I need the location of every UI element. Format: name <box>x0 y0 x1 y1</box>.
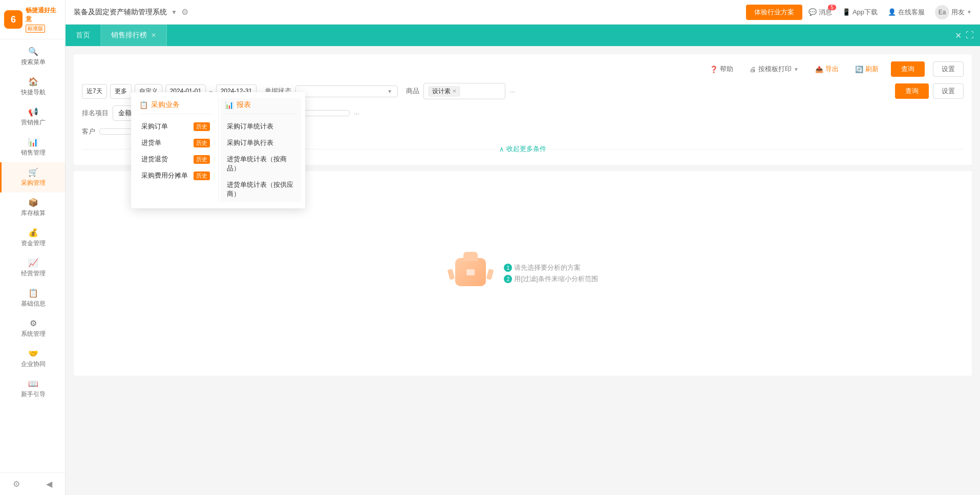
dropdown-item-label: 进货单统计表（按供应商） <box>227 180 295 199</box>
goods-tag-container[interactable]: 设计素 × <box>423 83 505 99</box>
dropdown-item-purchase-order-exec[interactable]: 采购订单执行表 <box>225 135 297 151</box>
purchase-dropdown-menu: 📋 采购业务 采购订单 历史 进货单 历史 进货退货 历史 <box>131 92 305 208</box>
app-title: 装备及固定资产辅助管理系统 ▼ ⚙ <box>74 7 740 17</box>
user-avatar: Ea <box>935 5 949 19</box>
collapse-button[interactable]: ∧ 收起更多条件 <box>495 140 550 158</box>
sidebar-item-base-info[interactable]: 📋 基础信息 <box>0 283 65 313</box>
sidebar: 6 畅捷通好生意 标准版 🔍 搜索菜单 🏠 快捷导航 📢 营销推广 📊 销售管理… <box>0 0 66 495</box>
tab-expand-icon[interactable]: ⛶ <box>966 31 974 40</box>
date-shortcut-7days[interactable]: 近7天 <box>82 84 107 99</box>
app-download-action[interactable]: 📱 App下载 <box>842 8 878 17</box>
dropdown-item-label: 采购订单 <box>141 122 168 131</box>
customer-label: 客户 <box>82 127 95 136</box>
sidebar-settings-button[interactable]: ⚙ <box>13 479 20 489</box>
dropdown-item-purchase-order-stats[interactable]: 采购订单统计表 <box>225 118 297 135</box>
home-icon: 🏠 <box>28 77 38 87</box>
bill-status-select[interactable]: ▼ <box>295 85 398 97</box>
dropdown-item-purchase-order[interactable]: 采购订单 历史 <box>139 118 212 135</box>
sidebar-item-quick-nav[interactable]: 🏠 快捷导航 <box>0 72 65 102</box>
dropdown-item-return[interactable]: 进货退货 历史 <box>139 151 212 167</box>
query-button[interactable]: 查询 <box>891 61 925 77</box>
user-action[interactable]: Ea 用友 ▼ <box>935 5 972 19</box>
filter-actions: 查询 设置 <box>895 83 964 99</box>
dropdown-item-label: 进货单统计表（按商品） <box>227 155 295 173</box>
history-badge: 历史 <box>194 122 210 131</box>
dropdown-col-report-label: 报表 <box>237 100 251 110</box>
empty-illustration <box>448 253 494 294</box>
sidebar-item-marketing[interactable]: 📢 营销推广 <box>0 102 65 132</box>
sales-icon: 📊 <box>28 137 38 147</box>
collapse-label: 收起更多条件 <box>506 144 546 154</box>
top-header: 装备及固定资产辅助管理系统 ▼ ⚙ 体验行业方案 💬 消息 5 📱 App下载 … <box>66 0 980 25</box>
sidebar-item-purchase[interactable]: 🛒 采购管理 <box>0 162 65 192</box>
refresh-icon: 🔄 <box>855 66 863 73</box>
sidebar-item-cooperation[interactable]: 🤝 企业协同 <box>0 343 65 374</box>
logo-name: 畅捷通好生意 <box>26 6 61 24</box>
message-badge: 5 <box>828 5 836 10</box>
dropdown-col-report-title: 📊 报表 <box>225 98 297 114</box>
sidebar-item-operations[interactable]: 📈 经营管理 <box>0 253 65 283</box>
title-dropdown-icon[interactable]: ▼ <box>171 9 177 16</box>
salesperson-more-icon[interactable]: ··· <box>354 110 359 117</box>
export-button[interactable]: 📤 导出 <box>811 62 843 76</box>
sidebar-item-guide[interactable]: 📖 新手引导 <box>0 374 65 404</box>
history-badge: 历史 <box>194 171 210 180</box>
goods-label: 商品 <box>406 87 419 96</box>
message-action[interactable]: 💬 消息 5 <box>808 8 832 17</box>
settings-button[interactable]: 设置 <box>933 61 964 77</box>
tab-home[interactable]: 首页 <box>66 25 101 46</box>
header-settings-icon[interactable]: ⚙ <box>181 7 188 17</box>
query-button-main[interactable]: 查询 <box>895 83 929 99</box>
tab-right-controls: ✕ ⛶ <box>955 31 980 40</box>
robot-arm-right <box>486 269 494 280</box>
finance-icon: 💰 <box>28 228 38 238</box>
sidebar-item-sales[interactable]: 📊 销售管理 <box>0 132 65 162</box>
user-dropdown-icon: ▼ <box>967 9 972 15</box>
tab-sales-rank[interactable]: 销售排行榜 ✕ <box>101 25 167 46</box>
robot-body <box>455 258 486 286</box>
operations-icon: 📈 <box>28 258 38 268</box>
sidebar-item-label: 新手引导 <box>21 390 46 399</box>
print-label: 按模板打印 <box>758 64 792 74</box>
toolbar-row: ❓ 帮助 🖨 按模板打印 ▼ 📤 导出 🔄 刷新 查询 <box>82 61 964 77</box>
sidebar-item-finance[interactable]: 💰 资金管理 <box>0 223 65 253</box>
sidebar-item-inventory[interactable]: 📦 库存核算 <box>0 192 65 223</box>
dropdown-item-expense[interactable]: 采购费用分摊单 历史 <box>139 167 212 184</box>
tab-home-label: 首页 <box>76 31 90 40</box>
history-badge: 历史 <box>194 139 210 147</box>
logo-badge: 标准版 <box>26 25 45 33</box>
settings-button-main[interactable]: 设置 <box>933 83 964 99</box>
sidebar-collapse-button[interactable]: ◀ <box>46 479 52 489</box>
sidebar-item-system[interactable]: ⚙ 系统管理 <box>0 313 65 343</box>
print-button[interactable]: 🖨 按模板打印 ▼ <box>745 62 803 76</box>
logo-area: 6 畅捷通好生意 标准版 <box>0 0 65 39</box>
empty-state: 1 请先选择要分析的方案 2 用[过滤]条件来缩小分析范围 <box>448 253 598 294</box>
help-button[interactable]: ❓ 帮助 <box>706 62 737 76</box>
print-dropdown-icon[interactable]: ▼ <box>794 67 799 72</box>
date-shortcut-more[interactable]: 更多 <box>110 84 132 99</box>
online-service-action[interactable]: 👤 在线客服 <box>888 8 925 17</box>
history-badge: 历史 <box>194 155 210 164</box>
user-label: 用友 <box>951 8 965 17</box>
sidebar-item-label: 搜索菜单 <box>21 58 46 67</box>
refresh-button[interactable]: 🔄 刷新 <box>851 62 883 76</box>
tab-close-icon[interactable]: ✕ <box>151 32 156 39</box>
hint-text-2: 用[过滤]条件来缩小分析范围 <box>514 274 598 284</box>
trial-button[interactable]: 体验行业方案 <box>746 5 802 20</box>
sidebar-item-search[interactable]: 🔍 搜索菜单 <box>0 41 65 72</box>
logo-icon: 6 <box>4 10 23 29</box>
tab-sales-rank-label: 销售排行榜 <box>111 31 147 40</box>
dropdown-item-inbound[interactable]: 进货单 历史 <box>139 135 212 151</box>
robot-screen <box>466 269 475 275</box>
goods-tag-close-icon[interactable]: × <box>453 88 456 95</box>
hint-text-1: 请先选择要分析的方案 <box>514 263 581 272</box>
goods-more-icon[interactable]: ··· <box>509 88 515 95</box>
guide-icon: 📖 <box>28 379 38 389</box>
dropdown-item-inbound-stats-supplier[interactable]: 进货单统计表（按供应商） <box>225 177 297 202</box>
dropdown-item-inbound-stats-goods[interactable]: 进货单统计表（按商品） <box>225 151 297 177</box>
empty-hints: 1 请先选择要分析的方案 2 用[过滤]条件来缩小分析范围 <box>504 263 598 284</box>
goods-filter: 商品 设计素 × ··· <box>406 83 515 99</box>
sidebar-item-label: 经营管理 <box>21 269 46 278</box>
marketing-icon: 📢 <box>28 107 38 117</box>
tab-minimize-icon[interactable]: ✕ <box>955 31 962 40</box>
